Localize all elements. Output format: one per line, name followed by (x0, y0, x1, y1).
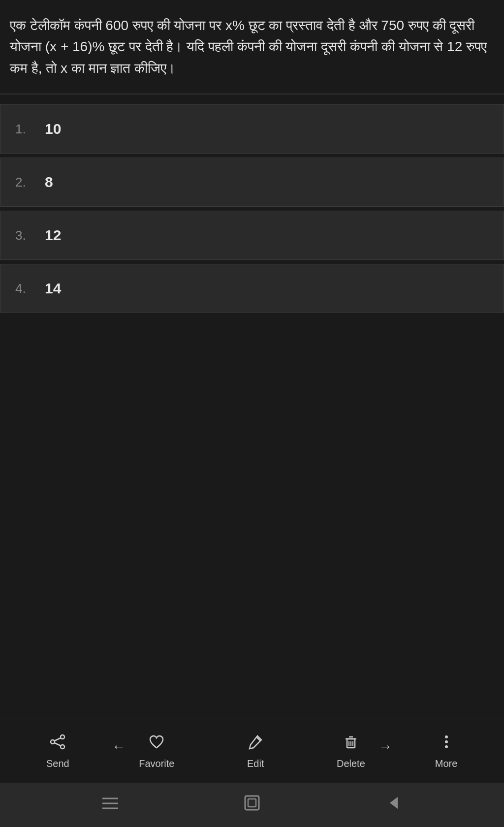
home-nav-button[interactable] (243, 794, 261, 816)
previous-button[interactable]: ← Favorite (139, 733, 174, 769)
svg-rect-19 (248, 799, 256, 807)
option-3-value: 12 (45, 227, 61, 244)
section-divider (0, 94, 504, 95)
system-nav-bar (0, 783, 504, 827)
send-button[interactable]: Send (33, 733, 82, 769)
option-3-number: 3. (15, 228, 30, 243)
option-4-number: 4. (15, 281, 30, 296)
option-1[interactable]: 1. 10 (0, 104, 504, 154)
delete-label: Delete (337, 758, 365, 769)
svg-point-14 (445, 745, 448, 748)
option-2-value: 8 (45, 174, 53, 191)
option-4[interactable]: 4. 14 (0, 264, 504, 313)
send-label: Send (46, 758, 69, 769)
option-2[interactable]: 2. 8 (0, 158, 504, 207)
edit-button[interactable]: Edit (231, 733, 280, 769)
send-icon (49, 733, 66, 755)
delete-icon (342, 733, 360, 755)
menu-nav-button[interactable] (101, 796, 119, 814)
svg-point-13 (445, 740, 448, 743)
options-area: 1. 10 2. 8 3. 12 4. 14 (0, 99, 504, 414)
svg-line-3 (55, 738, 61, 741)
empty-space (0, 414, 504, 719)
back-nav-button[interactable] (385, 794, 403, 816)
svg-point-2 (51, 740, 55, 744)
question-area: एक टेलीकॉम कंपनी 600 रुपए की योजना पर x%… (0, 0, 504, 89)
bottom-toolbar: Send ← Favorite Edit (0, 719, 504, 783)
option-3[interactable]: 3. 12 (0, 211, 504, 260)
option-1-number: 1. (15, 122, 30, 137)
more-label: More (435, 758, 458, 769)
right-arrow-icon: → (378, 739, 392, 755)
more-icon (438, 733, 455, 755)
favorite-icon (148, 733, 165, 755)
main-container: एक टेलीकॉम कंपनी 600 रुपए की योजना पर x%… (0, 0, 504, 827)
favorite-label: Favorite (139, 758, 174, 769)
svg-rect-18 (245, 796, 259, 810)
left-arrow-icon: ← (112, 739, 126, 755)
delete-button[interactable]: Delete → (337, 733, 365, 769)
option-2-number: 2. (15, 175, 30, 190)
svg-point-12 (445, 735, 448, 738)
svg-point-0 (61, 735, 64, 739)
svg-point-1 (61, 745, 64, 749)
option-4-value: 14 (45, 280, 61, 297)
svg-marker-20 (390, 797, 398, 809)
edit-icon (247, 733, 264, 755)
question-text: एक टेलीकॉम कंपनी 600 रुपए की योजना पर x%… (10, 15, 494, 79)
option-1-value: 10 (45, 121, 61, 137)
more-button[interactable]: More (422, 733, 471, 769)
svg-line-4 (55, 743, 61, 746)
edit-label: Edit (247, 758, 264, 769)
